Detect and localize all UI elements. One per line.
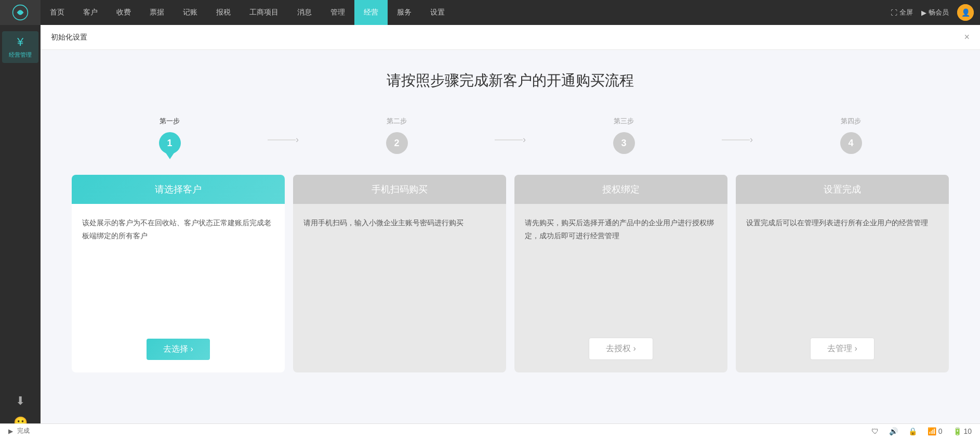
- card-btn-3[interactable]: 去授权 ›: [589, 338, 653, 360]
- user-avatar[interactable]: 👤: [957, 4, 974, 21]
- step-card-2: 手机扫码购买请用手机扫码，输入小微企业主账号密码进行购买: [293, 175, 506, 372]
- step-circle-container-2: 2: [386, 132, 408, 154]
- card-header-3: 授权绑定: [514, 175, 727, 204]
- close-button[interactable]: ×: [964, 32, 970, 43]
- nav-item-服务[interactable]: 服务: [388, 0, 421, 25]
- member-label: 畅会员: [929, 8, 949, 17]
- nav-item-票据[interactable]: 票据: [140, 0, 174, 25]
- step-card-1: 请选择客户该处展示的客户为不在回收站、客户状态正常建账后完成老板端绑定的所有客户…: [72, 175, 285, 372]
- card-body-2: 请用手机扫码，输入小微企业主账号密码进行购买: [293, 204, 506, 372]
- sidebar-item-label: 经营管理: [9, 51, 32, 59]
- card-body-3: 请先购买，购买后选择开通的产品中的企业用户进行授权绑定，成功后即可进行经营管理: [514, 204, 727, 329]
- network-status: 📶 0: [928, 427, 943, 435]
- nav-item-报税[interactable]: 报税: [207, 0, 240, 25]
- step-circle-3: 3: [613, 132, 635, 154]
- battery-status: 🔋 10: [953, 427, 972, 435]
- play-button[interactable]: ▶: [8, 428, 13, 435]
- step-label-1: 第一步: [160, 117, 180, 126]
- cards-row: 请选择客户该处展示的客户为不在回收站、客户状态正常建账后完成老板端绑定的所有客户…: [72, 175, 949, 372]
- step-circle-4: 4: [840, 132, 862, 154]
- step-label-3: 第三步: [614, 117, 634, 126]
- fullscreen-icon: ⛶: [891, 9, 897, 17]
- app-logo: [0, 0, 41, 25]
- page-header: 初始化设置 ×: [41, 25, 980, 50]
- nav-item-工商项目[interactable]: 工商项目: [240, 0, 288, 25]
- fullscreen-button[interactable]: ⛶ 全屏: [891, 8, 913, 17]
- step-circle-2: 2: [386, 132, 408, 154]
- page-title: 初始化设置: [51, 33, 87, 42]
- card-header-2: 手机扫码购买: [293, 175, 506, 204]
- nav-right: ⛶ 全屏 ▶ 畅会员 👤: [891, 4, 980, 21]
- step-arrow-3: ›: [722, 134, 753, 145]
- main-title: 请按照步骤完成新客户的开通购买流程: [72, 71, 949, 91]
- member-button[interactable]: ▶ 畅会员: [921, 8, 949, 17]
- step-circle-container-3: 3: [613, 132, 635, 154]
- card-btn-1[interactable]: 去选择 ›: [147, 339, 210, 360]
- step-arrow-1: ›: [268, 134, 299, 145]
- step-label-4: 第四步: [841, 117, 861, 126]
- step-2: 第二步2: [299, 117, 495, 154]
- card-footer-3: 去授权 ›: [514, 329, 727, 372]
- step-4: 第四步4: [753, 117, 949, 154]
- step-circle-container-4: 4: [840, 132, 862, 154]
- top-navigation: 首页客户收费票据记账报税工商项目消息管理经营服务设置 ⛶ 全屏 ▶ 畅会员 👤: [0, 0, 980, 25]
- nav-item-设置[interactable]: 设置: [421, 0, 454, 25]
- main-content: 初始化设置 × 请按照步骤完成新客户的开通购买流程 第一步1›第二步2›第三步3…: [41, 25, 980, 438]
- card-footer-4: 去管理 ›: [736, 329, 949, 372]
- step-circle-1: 1: [159, 132, 181, 154]
- svg-text:👤: 👤: [961, 8, 971, 17]
- card-body-4: 设置完成后可以在管理列表进行所有企业用户的经营管理: [736, 204, 949, 329]
- step-label-2: 第二步: [387, 117, 407, 126]
- status-bar: ▶ 完成 🛡 🔊 🔒 📶 0 🔋 10: [0, 423, 980, 438]
- steps-flow: 第一步1›第二步2›第三步3›第四步4: [72, 117, 949, 159]
- nav-item-经营[interactable]: 经营: [354, 0, 388, 25]
- operations-icon: ¥: [17, 35, 23, 49]
- nav-item-消息[interactable]: 消息: [288, 0, 321, 25]
- step-card-4: 设置完成设置完成后可以在管理列表进行所有企业用户的经营管理去管理 ›: [736, 175, 949, 372]
- step-arrow-2: ›: [495, 134, 526, 145]
- sidebar: ¥ 经营管理 ⬇ 🙂: [0, 25, 41, 438]
- nav-item-首页[interactable]: 首页: [41, 0, 74, 25]
- status-label: 完成: [17, 427, 30, 435]
- step-3: 第三步3: [526, 117, 722, 154]
- nav-item-客户[interactable]: 客户: [74, 0, 107, 25]
- status-right: 🛡 🔊 🔒 📶 0 🔋 10: [871, 427, 972, 435]
- download-icon[interactable]: ⬇: [16, 394, 25, 408]
- shield-icon: 🛡: [871, 427, 879, 435]
- nav-item-管理[interactable]: 管理: [321, 0, 354, 25]
- card-body-1: 该处展示的客户为不在回收站、客户状态正常建账后完成老板端绑定的所有客户: [72, 204, 285, 330]
- fullscreen-label: 全屏: [899, 8, 913, 17]
- card-footer-1: 去选择 ›: [72, 330, 285, 372]
- sidebar-item-operations[interactable]: ¥ 经营管理: [2, 31, 38, 63]
- volume-icon[interactable]: 🔊: [889, 427, 898, 435]
- step-circle-container-1: 1: [159, 132, 181, 159]
- nav-item-收费[interactable]: 收费: [107, 0, 140, 25]
- card-header-4: 设置完成: [736, 175, 949, 204]
- card-header-1: 请选择客户: [72, 175, 285, 204]
- card-btn-4[interactable]: 去管理 ›: [810, 338, 875, 360]
- step-1: 第一步1: [72, 117, 268, 159]
- play-icon: ▶: [921, 9, 926, 17]
- step-card-3: 授权绑定请先购买，购买后选择开通的产品中的企业用户进行授权绑定，成功后即可进行经…: [514, 175, 727, 372]
- lock-icon: 🔒: [908, 427, 917, 435]
- content-area: 请按照步骤完成新客户的开通购买流程 第一步1›第二步2›第三步3›第四步4 请选…: [41, 50, 980, 438]
- nav-item-记账[interactable]: 记账: [174, 0, 207, 25]
- nav-items: 首页客户收费票据记账报税工商项目消息管理经营服务设置: [41, 0, 891, 25]
